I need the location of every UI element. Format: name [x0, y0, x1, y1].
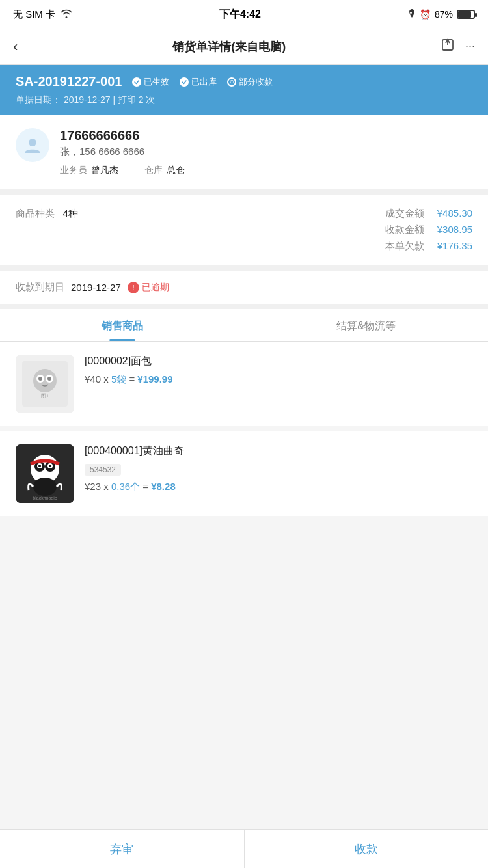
amount-summary: 成交金额 ¥485.30 收款金额 ¥308.95 本单欠款 ¥176.35: [385, 208, 472, 252]
status-time: 下午4:42: [219, 8, 261, 21]
page-title: 销货单详情(来自电脑): [172, 39, 286, 55]
effective-icon: [132, 77, 141, 87]
svg-point-16: [49, 465, 51, 467]
clock-icon: ⊙: [227, 77, 236, 87]
amount-label: 成交金额: [385, 208, 424, 220]
date-label: 单据日期：: [16, 94, 61, 105]
summary-section: 商品种类 4种 成交金额 ¥485.30 收款金额 ¥308.95 本单欠款 ¥…: [0, 195, 488, 271]
battery-text: 87%: [435, 9, 453, 20]
nav-bar: ‹ 销货单详情(来自电脑) ···: [0, 29, 488, 65]
due-date-value: 2019-12-27: [71, 282, 121, 293]
tab-settlement[interactable]: 结算&物流等: [244, 309, 488, 341]
order-date: 2019-12-27: [64, 94, 111, 105]
product-sku-2: 534532: [85, 464, 121, 476]
due-date-section: 收款到期日 2019-12-27 ! 已逾期: [0, 271, 488, 309]
svg-text:blackhoodie: blackhoodie: [33, 496, 57, 500]
product-item: blackhoodie [000400001]黄油曲奇 534532 ¥23 x…: [0, 431, 488, 516]
product-price-1: ¥40 x 5袋 = ¥199.99: [85, 373, 472, 386]
product-qty-2: 0.36个: [111, 481, 140, 492]
svg-point-3: [33, 369, 57, 392]
customer-meta: 业务员 曾凡杰 仓库 总仓: [60, 165, 472, 176]
amount-value: ¥485.30: [437, 208, 472, 220]
tab-sales-products[interactable]: 销售商品: [0, 309, 244, 341]
status-bar: 无 SIM 卡 下午4:42 ⏰ 87%: [0, 0, 488, 29]
badge-effective: 已生效: [132, 76, 169, 88]
carrier-text: 无 SIM 卡: [13, 8, 55, 21]
product-info-2: [000400001]黄油曲奇 534532 ¥23 x 0.36个 = ¥8.…: [85, 444, 472, 493]
order-header-banner: SA-20191227-001 已生效 已出库 ⊙ 部分收款 单据日期： 201…: [0, 65, 488, 115]
overdue-icon: !: [128, 282, 139, 293]
received-row: 收款金额 ¥308.95: [385, 224, 472, 236]
svg-point-6: [38, 377, 42, 381]
svg-point-1: [29, 139, 36, 146]
customer-name: 17666666666: [60, 128, 472, 143]
owed-value: ¥176.35: [437, 240, 472, 252]
bottom-bar: 弃审 收款: [0, 829, 488, 868]
product-total-2: ¥8.28: [151, 481, 176, 492]
customer-info: 17666666666 张，156 6666 6666 业务员 曾凡杰 仓库 总…: [60, 128, 472, 176]
customer-phone: 张，156 6666 6666: [60, 146, 472, 158]
warehouse-info: 仓库 总仓: [144, 165, 185, 176]
received-label: 收款金额: [385, 224, 424, 236]
customer-avatar: [16, 128, 49, 162]
staff-label: 业务员: [60, 165, 87, 176]
svg-text:图+: 图+: [41, 393, 49, 399]
shipped-icon: [180, 77, 189, 87]
warehouse-name: 总仓: [167, 165, 185, 176]
wifi-icon: [61, 9, 72, 20]
product-image-2: blackhoodie: [16, 444, 74, 503]
product-price-2: ¥23 x 0.36个 = ¥8.28: [85, 481, 472, 493]
cancel-button[interactable]: 弃审: [0, 830, 245, 868]
banner-date-row: 单据日期： 2019-12-27 | 打印 2 次: [16, 94, 472, 106]
overdue-text: 已逾期: [142, 282, 169, 293]
product-list: 图+ [0000002]面包 ¥40 x 5袋 = ¥199.99: [0, 342, 488, 567]
badge-partial: ⊙ 部分收款: [227, 76, 273, 88]
warehouse-label: 仓库: [144, 165, 163, 176]
owed-row: 本单欠款 ¥176.35: [385, 240, 472, 252]
product-type-label: 商品种类: [16, 208, 55, 219]
alarm-icon: ⏰: [420, 9, 431, 20]
share-button[interactable]: [441, 38, 455, 55]
product-info-1: [0000002]面包 ¥40 x 5袋 = ¥199.99: [85, 355, 472, 386]
product-item: 图+ [0000002]面包 ¥40 x 5袋 = ¥199.99: [0, 342, 488, 426]
product-tabs: 销售商品 结算&物流等: [0, 309, 488, 342]
owed-label: 本单欠款: [385, 240, 424, 252]
amount-row: 成交金额 ¥485.30: [385, 208, 472, 220]
status-left: 无 SIM 卡: [13, 8, 72, 21]
print-info: | 打印 2 次: [113, 94, 155, 105]
product-type-info: 商品种类 4种: [16, 208, 78, 252]
received-value: ¥308.95: [437, 224, 472, 236]
badge-shipped: 已出库: [180, 76, 217, 88]
product-type-value: 4种: [63, 208, 78, 219]
banner-row1: SA-20191227-001 已生效 已出库 ⊙ 部分收款: [16, 74, 472, 89]
product-total-1: ¥199.99: [137, 373, 172, 385]
due-date-label: 收款到期日: [16, 281, 64, 293]
staff-info: 业务员 曾凡杰: [60, 165, 118, 176]
svg-point-17: [33, 478, 57, 496]
customer-section: 17666666666 张，156 6666 6666 业务员 曾凡杰 仓库 总…: [0, 115, 488, 195]
staff-name: 曾凡杰: [91, 165, 118, 176]
nav-actions: ···: [441, 38, 475, 55]
product-name-2: [000400001]黄油曲奇: [85, 444, 472, 458]
order-id: SA-20191227-001: [16, 74, 122, 89]
battery-icon: [457, 10, 475, 19]
confirm-button[interactable]: 收款: [245, 830, 489, 868]
overdue-badge: ! 已逾期: [128, 282, 169, 293]
product-qty-1: 5袋: [111, 373, 126, 385]
status-right: ⏰ 87%: [408, 9, 475, 20]
svg-point-7: [47, 377, 51, 381]
more-button[interactable]: ···: [465, 40, 475, 53]
product-image-1: 图+: [16, 355, 74, 413]
back-button[interactable]: ‹: [13, 38, 18, 55]
product-name-1: [0000002]面包: [85, 355, 472, 368]
svg-point-15: [38, 465, 41, 467]
location-icon: [408, 9, 416, 20]
